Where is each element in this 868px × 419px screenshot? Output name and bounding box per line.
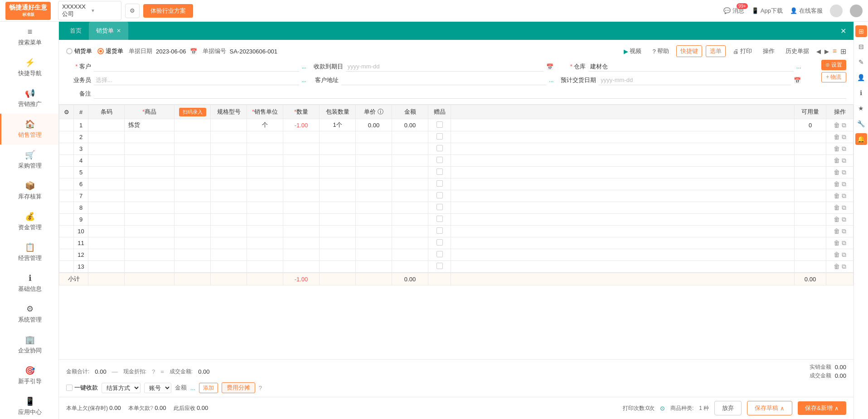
cell-qty-1[interactable]: [283, 131, 320, 143]
cell-product-10[interactable]: [125, 237, 175, 249]
cell-price-4[interactable]: [356, 167, 392, 178]
cell-unit-3[interactable]: [247, 155, 283, 167]
scan-btn[interactable]: 扫码录入: [179, 108, 206, 116]
warehouse-input[interactable]: [588, 62, 794, 72]
cell-qty-8[interactable]: [283, 214, 320, 226]
video-btn[interactable]: ▶ 视频: [620, 46, 645, 57]
cell-spec-6[interactable]: [211, 190, 247, 202]
customer-input[interactable]: [94, 62, 299, 72]
copy-btn-10[interactable]: ⧉: [842, 239, 846, 247]
customer-dots[interactable]: ...: [302, 63, 306, 70]
cell-price-3[interactable]: [356, 155, 392, 167]
cell-pack-qty-3[interactable]: [320, 155, 356, 167]
sidebar-item-inventory[interactable]: 📦 库存核算: [0, 175, 58, 206]
remarks-input[interactable]: [94, 89, 846, 99]
print-btn[interactable]: 🖨 打印: [729, 46, 756, 57]
cell-spec-0[interactable]: [211, 119, 247, 131]
th-settings[interactable]: ⚙: [59, 105, 74, 119]
cell-price-12[interactable]: [356, 261, 392, 273]
customer-addr-dots[interactable]: ...: [549, 77, 553, 83]
rp-icon-expand[interactable]: ⊞: [855, 25, 867, 37]
sidebar-item-marketing[interactable]: 📢 营销推广: [0, 83, 58, 114]
cell-barcode-4[interactable]: [88, 167, 125, 178]
cell-gift-10[interactable]: [428, 237, 451, 249]
cell-qty-12[interactable]: [283, 261, 320, 273]
cell-pack-qty-12[interactable]: [320, 261, 356, 273]
delete-btn-0[interactable]: 🗑: [834, 121, 840, 129]
cell-unit-10[interactable]: [247, 237, 283, 249]
cell-amount-1[interactable]: [392, 131, 428, 143]
delete-btn-1[interactable]: 🗑: [834, 133, 840, 141]
cell-gift-2[interactable]: [428, 143, 451, 155]
cell-remark-4[interactable]: [451, 167, 795, 178]
tab-home[interactable]: 首页: [63, 22, 89, 40]
tab-sales-order[interactable]: 销货单 ✕: [89, 22, 128, 40]
cell-gift-4[interactable]: [428, 167, 451, 178]
warehouse-dots[interactable]: ...: [796, 63, 801, 70]
cell-product-7[interactable]: [125, 202, 175, 214]
delete-btn-7[interactable]: 🗑: [834, 204, 840, 212]
cell-amount-10[interactable]: [392, 237, 428, 249]
cell-pack-qty-10[interactable]: [320, 237, 356, 249]
cell-qty-9[interactable]: [283, 226, 320, 237]
cell-amount-2[interactable]: [392, 143, 428, 155]
delete-btn-8[interactable]: 🗑: [834, 216, 840, 223]
cell-barcode-0[interactable]: [88, 119, 125, 131]
cell-price-2[interactable]: [356, 143, 392, 155]
sidebar-item-ops[interactable]: 📋 经营管理: [0, 237, 58, 268]
copy-btn-7[interactable]: ⧉: [842, 204, 846, 212]
cell-unit-9[interactable]: [247, 226, 283, 237]
cell-qty-3[interactable]: [283, 155, 320, 167]
cell-remark-9[interactable]: [451, 226, 795, 237]
online-service-button[interactable]: 👤 在线客服: [790, 7, 823, 15]
radio-sales[interactable]: 销货单: [66, 47, 92, 55]
expected-date-cal-icon[interactable]: 📅: [794, 77, 801, 84]
settings-btn[interactable]: ⊙ 设置: [821, 60, 846, 70]
copy-btn-11[interactable]: ⧉: [842, 251, 846, 259]
delete-btn-6[interactable]: 🗑: [834, 192, 840, 200]
rp-icon-user[interactable]: 👤: [855, 72, 867, 83]
cell-unit-5[interactable]: [247, 178, 283, 190]
message-button[interactable]: 💬 消息 99+: [723, 7, 744, 15]
cell-pack-qty-9[interactable]: [320, 226, 356, 237]
cell-unit-11[interactable]: [247, 249, 283, 261]
cell-spec-4[interactable]: [211, 167, 247, 178]
cell-barcode-1[interactable]: [88, 131, 125, 143]
cell-qty-10[interactable]: [283, 237, 320, 249]
cell-remark-11[interactable]: [451, 249, 795, 261]
copy-btn-12[interactable]: ⧉: [842, 263, 846, 270]
cell-pack-qty-6[interactable]: [320, 190, 356, 202]
cell-spec-11[interactable]: [211, 249, 247, 261]
cell-gift-9[interactable]: [428, 226, 451, 237]
cell-spec-9[interactable]: [211, 226, 247, 237]
cell-gift-7[interactable]: [428, 202, 451, 214]
rp-icon-star[interactable]: ★: [855, 102, 867, 114]
salesperson-input[interactable]: [94, 75, 299, 85]
sidebar-item-search[interactable]: ≡ 搜索菜单: [0, 22, 58, 52]
copy-btn-0[interactable]: ⧉: [842, 121, 846, 129]
history-btn[interactable]: 历史单据: [782, 46, 813, 57]
cell-spec-8[interactable]: [211, 214, 247, 226]
cell-remark-7[interactable]: [451, 202, 795, 214]
cell-amount-5[interactable]: [392, 178, 428, 190]
copy-btn-1[interactable]: ⧉: [842, 133, 846, 141]
cell-product-12[interactable]: [125, 261, 175, 273]
cell-pack-qty-2[interactable]: [320, 143, 356, 155]
sidebar-item-app-center[interactable]: 📱 应用中心: [0, 391, 58, 419]
cell-price-11[interactable]: [356, 249, 392, 261]
cell-price-10[interactable]: [356, 237, 392, 249]
copy-btn-3[interactable]: ⧉: [842, 157, 846, 164]
date-cal-icon[interactable]: 📅: [190, 48, 197, 55]
cell-pack-qty-0[interactable]: 1个: [320, 119, 356, 131]
salesperson-dots[interactable]: ...: [302, 77, 306, 83]
customer-addr-input[interactable]: [341, 75, 547, 85]
sidebar-item-system[interactable]: ⚙ 系统管理: [0, 299, 58, 329]
cell-barcode-2[interactable]: [88, 143, 125, 155]
payment-account-select[interactable]: 账号: [144, 383, 171, 393]
cell-remark-2[interactable]: [451, 143, 795, 155]
cell-qty-11[interactable]: [283, 249, 320, 261]
delete-btn-9[interactable]: 🗑: [834, 227, 840, 235]
collect-date-cal-icon[interactable]: 📅: [546, 63, 553, 70]
sidebar-item-capital[interactable]: 💰 资金管理: [0, 206, 58, 237]
cell-remark-5[interactable]: [451, 178, 795, 190]
